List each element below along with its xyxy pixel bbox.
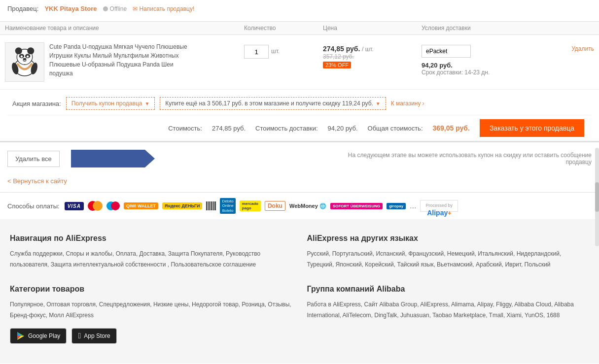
footer-categories-links: Популярное, Оптовая торговля, Спецпредло…: [10, 299, 292, 321]
arrow-decoration: [71, 150, 155, 167]
total-value: 369,05 руб.: [433, 124, 470, 132]
offline-badge: Offline: [103, 5, 127, 12]
sofort-icon: SOFORT ÜBERWEISUNG: [330, 200, 383, 212]
footer-group-links: Работа в AliExpress, Сайт Alibaba Group,…: [307, 299, 590, 321]
promo-label: Акция магазина:: [12, 100, 61, 107]
google-play-icon: [16, 331, 25, 340]
price-per-unit: / шт.: [362, 46, 374, 53]
maestro-icon: [106, 200, 120, 212]
debito-icon: DébitoOnlineBoleto: [220, 200, 235, 212]
back-link-row: < Вернуться к сайту: [0, 175, 599, 192]
footer-languages-section: AliExpress на других языках Русский, Пор…: [307, 234, 590, 270]
qiwi-icon: QIWI WALLET: [124, 200, 158, 212]
google-play-btn[interactable]: Google Play: [10, 328, 67, 344]
delete-all-button[interactable]: Удалить все: [7, 151, 60, 167]
delete-link[interactable]: Удалить: [571, 45, 594, 52]
col-actions: [545, 25, 594, 32]
product-row: Cute Panda U-подушка Мягкая Чучело Плюше…: [0, 35, 599, 90]
product-image: [5, 42, 44, 82]
store-promo-row: Акция магазина: Получить купон продавца …: [7, 92, 592, 115]
footer-app-row: Google Play  App Store: [10, 328, 292, 344]
panda-image-icon: [7, 45, 42, 79]
total-label: Общая стоимость:: [368, 125, 423, 132]
order-summary: Стоимость: 274,85 руб. Стоимость доставк…: [7, 115, 592, 141]
product-info: Cute Panda U-подушка Мягкая Чучело Плюше…: [5, 42, 244, 82]
col-product: Наименование товара и описание: [5, 25, 244, 32]
write-seller-link[interactable]: ✉ Написать продавцу!: [133, 5, 194, 12]
current-price: 274,85 руб.: [323, 45, 360, 53]
google-play-label: Google Play: [28, 332, 60, 339]
go-to-store-link[interactable]: К магазину ›: [391, 100, 424, 107]
price-cell: 274,85 руб. / шт. 357,12 руб. 23% OFF: [323, 42, 422, 68]
giropay-icon: giropay: [387, 200, 406, 212]
app-store-label: App Store: [84, 332, 110, 339]
seller-name[interactable]: YKK Pitaya Store: [44, 5, 97, 12]
yandex-icon: Яндекс ДЕНЬГИ: [162, 200, 202, 212]
mercado-icon: mercadopago: [240, 200, 261, 212]
delivery-select[interactable]: ePacket: [422, 45, 471, 58]
more-payment-icon: ...: [410, 200, 416, 212]
svg-point-3: [27, 47, 34, 54]
app-store-btn[interactable]:  App Store: [71, 328, 116, 344]
order-button[interactable]: Заказать у этого продавца: [480, 119, 584, 137]
delivery-select-wrap: ePacket: [422, 45, 471, 58]
apple-icon: : [78, 331, 81, 340]
mastercard-icon: [88, 200, 103, 212]
svg-point-2: [15, 47, 22, 54]
store-link-arrow-icon: ›: [422, 100, 424, 107]
footer-categories-title: Категории товаров: [10, 285, 292, 294]
next-step-message: На следующем этапе вы можете использоват…: [345, 152, 592, 165]
footer-grid: Навигация по AliExpress Служба поддержки…: [10, 234, 589, 344]
footer-nav-links: Служба поддержки, Споры и жалобы, Оплата…: [10, 249, 292, 270]
seller-row: Продавец: YKK Pitaya Store Offline ✉ Нап…: [7, 5, 592, 12]
barcode-icon: [206, 200, 216, 212]
payment-icons: VISA QIWI WALLET Яндекс ДЕНЬГИ Débi: [65, 200, 458, 212]
delete-cell: Удалить: [545, 42, 594, 52]
footer-group-title: Группа компаний Alibaba: [307, 285, 590, 294]
offline-dot-icon: [103, 6, 108, 11]
bottom-actions: Удалить все На следующем этапе вы можете…: [0, 141, 599, 175]
visa-icon: VISA: [65, 200, 84, 212]
arrow-head-icon: [145, 150, 155, 167]
footer-group-section: Группа компаний Alibaba Работа в AliExpr…: [307, 285, 590, 344]
footer-languages-links: Русский, Португальский, Испанский, Франц…: [307, 249, 590, 270]
scrollbar-thumb[interactable]: [595, 182, 599, 212]
col-delivery: Условия доставки: [422, 25, 545, 32]
footer-languages-title: AliExpress на других языках: [307, 234, 590, 243]
seller-label: Продавец:: [7, 5, 38, 12]
arrow-body: [71, 150, 145, 167]
footer: Навигация по AliExpress Служба поддержки…: [0, 219, 599, 364]
col-qty: Количество: [244, 25, 323, 32]
svg-point-6: [21, 55, 23, 57]
payment-row: Способы оплаты: VISA QIWI WALLET Яндекс …: [0, 192, 599, 219]
doku-icon: Doku: [265, 200, 285, 212]
qty-input[interactable]: [244, 45, 269, 59]
delivery-price: 94,20 руб.: [422, 62, 545, 69]
delivery-cell: ePacket 94,20 руб. Срок доставки: 14-23 …: [422, 42, 545, 76]
delivery-cost-value: 94,20 руб.: [328, 125, 358, 132]
product-title[interactable]: Cute Panda U-подушка Мягкая Чучело Плюше…: [49, 42, 197, 82]
qty-unit: шт.: [271, 45, 280, 55]
original-price: 357,12 руб.: [323, 53, 354, 60]
col-price: Цена: [323, 25, 422, 32]
discount-offer-btn[interactable]: Купите ещё на 3 506,17 руб. в этом магаз…: [160, 97, 386, 110]
delivery-days: Срок доставки: 14-23 дн.: [422, 69, 545, 76]
coupon-btn[interactable]: Получить купон продавца ▼: [66, 97, 155, 110]
table-header: Наименование товара и описание Количеств…: [0, 22, 599, 35]
svg-point-8: [23, 58, 27, 60]
footer-nav-title: Навигация по AliExpress: [10, 234, 292, 243]
delivery-cost-label: Стоимость доставки:: [255, 125, 318, 132]
cost-value: 274,85 руб.: [212, 125, 246, 132]
scrollbar[interactable]: [595, 148, 599, 246]
back-to-site-link[interactable]: < Вернуться к сайту: [7, 177, 592, 185]
footer-categories-section: Категории товаров Популярное, Оптовая то…: [10, 285, 292, 344]
coupon-arrow-icon: ▼: [144, 101, 149, 106]
svg-point-7: [27, 55, 29, 57]
discount-badge: 23% OFF: [323, 62, 351, 68]
webmoney-icon: WebMoney 🌐: [289, 200, 326, 212]
footer-nav-section: Навигация по AliExpress Служба поддержки…: [10, 234, 292, 270]
payment-label: Способы оплаты:: [7, 202, 60, 210]
cost-label: Стоимость:: [168, 125, 202, 132]
discount-arrow-icon: ▼: [376, 101, 381, 106]
qty-cell: шт.: [244, 42, 323, 59]
